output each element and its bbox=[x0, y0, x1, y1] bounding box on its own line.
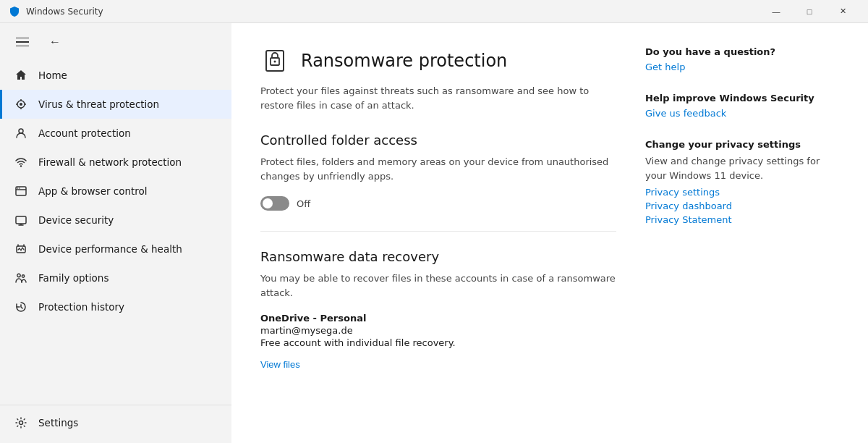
right-panel: Do you have a question? Get help Help im… bbox=[645, 46, 833, 420]
main-content: Ransomware protection Protect your files… bbox=[231, 23, 868, 443]
controlled-folder-toggle[interactable] bbox=[260, 196, 289, 211]
sidebar-item-label-firewall: Firewall & network protection bbox=[38, 156, 182, 168]
hamburger-line-3 bbox=[16, 46, 29, 47]
sidebar-item-family[interactable]: Family options bbox=[0, 263, 231, 292]
close-button[interactable]: ✕ bbox=[826, 0, 859, 23]
section-desc-controlled: Protect files, folders and memory areas … bbox=[260, 155, 616, 183]
privacy-settings-link[interactable]: Privacy settings bbox=[645, 187, 833, 198]
sidebar-item-label-app: App & browser control bbox=[38, 185, 148, 197]
family-icon bbox=[14, 271, 28, 285]
recovery-desc: You may be able to recover files in thes… bbox=[260, 271, 616, 300]
ransomware-icon bbox=[260, 46, 289, 75]
onedrive-status: Free account with individual file recove… bbox=[260, 337, 616, 348]
account-icon bbox=[14, 126, 28, 140]
hamburger-button[interactable] bbox=[12, 30, 35, 54]
sidebar-bottom: Settings bbox=[0, 405, 231, 437]
sidebar: ← Home Virus & bbox=[0, 23, 231, 443]
sidebar-item-label-family: Family options bbox=[38, 272, 109, 284]
history-icon bbox=[14, 300, 28, 314]
svg-point-19 bbox=[22, 275, 24, 277]
section-title-controlled: Controlled folder access bbox=[260, 132, 616, 148]
sidebar-top: ← bbox=[0, 23, 231, 61]
right-panel-privacy: Change your privacy settings View and ch… bbox=[645, 139, 833, 225]
svg-point-23 bbox=[274, 61, 276, 63]
sidebar-item-label-settings: Settings bbox=[38, 417, 78, 429]
page-title: Ransomware protection bbox=[301, 51, 507, 71]
toggle-label: Off bbox=[297, 198, 310, 209]
right-privacy-desc: View and change privacy settings for you… bbox=[645, 154, 833, 182]
svg-point-20 bbox=[20, 421, 23, 425]
hamburger-line-1 bbox=[16, 38, 29, 39]
app-browser-icon bbox=[14, 184, 28, 198]
content-primary: Ransomware protection Protect your files… bbox=[260, 46, 616, 420]
sidebar-item-label-history: Protection history bbox=[38, 301, 124, 313]
svg-point-11 bbox=[19, 187, 20, 189]
svg-point-18 bbox=[17, 274, 20, 277]
svg-point-7 bbox=[20, 165, 22, 166]
sidebar-item-label-home: Home bbox=[38, 69, 67, 81]
right-improve-label: Help improve Windows Security bbox=[645, 93, 833, 104]
privacy-dashboard-link[interactable]: Privacy dashboard bbox=[645, 201, 833, 211]
sidebar-item-label-virus: Virus & threat protection bbox=[38, 98, 159, 110]
sidebar-item-label-device-security: Device security bbox=[38, 214, 114, 226]
sidebar-item-firewall[interactable]: Firewall & network protection bbox=[0, 148, 231, 177]
sidebar-item-app[interactable]: App & browser control bbox=[0, 177, 231, 206]
page-subtitle: Protect your files against threats such … bbox=[260, 84, 616, 112]
back-button[interactable]: ← bbox=[43, 30, 67, 54]
recovery-title: Ransomware data recovery bbox=[260, 249, 616, 264]
right-question-label: Do you have a question? bbox=[645, 46, 833, 57]
get-help-link[interactable]: Get help bbox=[645, 62, 833, 72]
sidebar-item-home[interactable]: Home bbox=[0, 61, 231, 90]
onedrive-email: martin@mysega.de bbox=[260, 325, 616, 336]
right-panel-question: Do you have a question? Get help bbox=[645, 46, 833, 72]
hamburger-line-2 bbox=[16, 41, 29, 43]
section-divider bbox=[260, 231, 616, 232]
privacy-statement-link[interactable]: Privacy Statement bbox=[645, 214, 833, 225]
svg-rect-12 bbox=[16, 216, 26, 224]
svg-point-10 bbox=[17, 187, 19, 189]
svg-point-1 bbox=[20, 103, 22, 106]
app-icon bbox=[9, 6, 20, 17]
wifi-icon bbox=[14, 155, 28, 169]
sidebar-item-label-device-health: Device performance & health bbox=[38, 243, 182, 255]
settings-icon bbox=[14, 415, 28, 430]
titlebar-controls: — □ ✕ bbox=[760, 0, 859, 23]
right-panel-improve: Help improve Windows Security Give us fe… bbox=[645, 93, 833, 119]
svg-point-6 bbox=[19, 129, 23, 133]
give-feedback-link[interactable]: Give us feedback bbox=[645, 108, 833, 119]
home-icon bbox=[14, 68, 28, 83]
maximize-button[interactable]: □ bbox=[793, 0, 826, 23]
titlebar: Windows Security — □ ✕ bbox=[0, 0, 868, 23]
window-title: Windows Security bbox=[26, 7, 103, 17]
sidebar-item-device-security[interactable]: Device security bbox=[0, 206, 231, 235]
view-files-button[interactable]: View files bbox=[260, 359, 300, 370]
app-body: ← Home Virus & bbox=[0, 23, 868, 443]
sidebar-item-account[interactable]: Account protection bbox=[0, 119, 231, 148]
toggle-thumb bbox=[263, 198, 273, 208]
sidebar-item-virus[interactable]: Virus & threat protection bbox=[0, 90, 231, 119]
virus-icon bbox=[14, 97, 28, 111]
sidebar-item-label-account: Account protection bbox=[38, 127, 131, 139]
toggle-row: Off bbox=[260, 196, 616, 211]
right-privacy-label: Change your privacy settings bbox=[645, 139, 833, 150]
page-header: Ransomware protection bbox=[260, 46, 616, 75]
sidebar-item-settings[interactable]: Settings bbox=[0, 408, 231, 437]
titlebar-left: Windows Security bbox=[9, 6, 103, 17]
sidebar-item-protection-history[interactable]: Protection history bbox=[0, 292, 231, 321]
onedrive-name: OneDrive - Personal bbox=[260, 313, 616, 324]
device-icon bbox=[14, 213, 28, 227]
sidebar-item-device-health[interactable]: Device performance & health bbox=[0, 235, 231, 263]
minimize-button[interactable]: — bbox=[760, 0, 793, 23]
health-icon bbox=[14, 242, 28, 256]
